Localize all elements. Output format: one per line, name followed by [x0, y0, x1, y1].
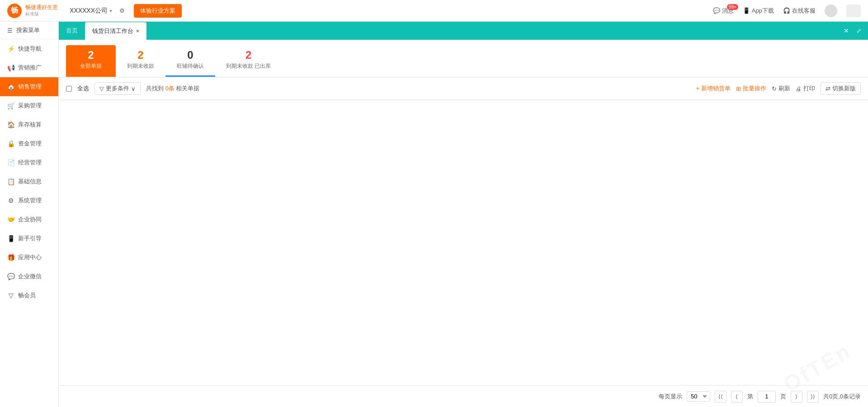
sidebar-item-guide[interactable]: 📱 新手引导 [0, 229, 58, 248]
sidebar-item-purchase[interactable]: 🛒 采购管理 [0, 96, 58, 115]
wechat-label: 企业微信 [18, 272, 42, 281]
sales-label: 销售管理 [18, 83, 42, 91]
refresh-icon: ↻ [772, 85, 777, 92]
search-menu-label: 搜索菜单 [16, 26, 40, 34]
app-download-icon: 📱 [743, 7, 750, 14]
online-service-icon: 🎧 [783, 7, 790, 14]
print-btn[interactable]: 🖨 打印 [796, 84, 815, 93]
stat-tab-all[interactable]: 2 全部单据 [66, 45, 116, 77]
header: 畅 畅捷通好生意 标准版 XXXXXX公司 ▾ ⚙ 体验行业方案 💬 消息 99… [0, 0, 868, 22]
sidebar-item-quick-nav[interactable]: ⚡ 快捷导航 [0, 39, 58, 58]
wechat-icon: 💬 [7, 273, 14, 280]
finance-label: 资金管理 [18, 140, 42, 148]
stat-overdue-num: 2 [137, 49, 143, 61]
refresh-btn[interactable]: ↻ 刷新 [772, 84, 790, 93]
guide-icon: 📱 [7, 235, 14, 242]
print-label: 打印 [803, 84, 815, 93]
sidebar-item-operation[interactable]: 📄 经营管理 [0, 153, 58, 172]
stat-overdue-out-label: 到期未收款 已出库 [226, 62, 271, 70]
per-page-select[interactable]: 50 20 100 [687, 391, 710, 402]
table-area [59, 100, 868, 385]
operation-icon: 📄 [7, 159, 14, 166]
page-prev-btn[interactable]: ⟨ [731, 391, 743, 402]
inventory-label: 库存核算 [18, 121, 42, 129]
logo: 畅 畅捷通好生意 标准版 [7, 4, 66, 18]
avatar[interactable] [825, 5, 837, 17]
page-label: 第 [747, 393, 753, 401]
sidebar: ☰ 搜索菜单 ⚡ 快捷导航 📢 营销推广 🏠 销售管理 🛒 采购管理 🏠 库存核… [0, 22, 59, 407]
stat-tab-overdue-out[interactable]: 2 到期未收款 已出库 [215, 45, 282, 77]
logo-text: 畅捷通好生意 [25, 4, 58, 11]
sidebar-item-member[interactable]: ▽ 畅会员 [0, 286, 58, 305]
finance-icon: 🔒 [7, 140, 14, 147]
operation-label: 经营管理 [18, 159, 42, 167]
online-service-btn[interactable]: 🎧 在线客服 [783, 7, 816, 15]
company-selector[interactable]: XXXXXX公司 ▾ [70, 7, 112, 15]
sidebar-item-system[interactable]: ⚙ 系统管理 [0, 191, 58, 210]
batch-icon: ⊞ [736, 85, 741, 92]
stat-overdue-label: 到期未收款 [127, 62, 154, 70]
filter-icon: ▽ [99, 85, 104, 92]
stat-tab-overdue[interactable]: 2 到期未收款 [116, 45, 165, 77]
tab-work-label: 钱货日清工作台 [92, 27, 133, 35]
sidebar-item-enterprise[interactable]: 🤝 企业协同 [0, 210, 58, 229]
page-input[interactable] [758, 391, 776, 402]
switch-new-btn[interactable]: ⇄ 切换新版 [821, 82, 861, 95]
user-menu[interactable] [846, 5, 861, 17]
sidebar-item-sales[interactable]: 🏠 销售管理 [0, 77, 58, 96]
switch-icon: ⇄ [826, 85, 830, 92]
tabs-controls: ✕ ⤢ [841, 25, 868, 36]
tab-expand-btn[interactable]: ⤢ [854, 25, 864, 36]
switch-label: 切换新版 [832, 84, 856, 93]
select-all-label: 全选 [77, 84, 89, 93]
logo-sub: 标准版 [25, 11, 58, 17]
tab-work[interactable]: 钱货日清工作台 × [85, 22, 146, 40]
app-center-icon: 🎁 [7, 254, 14, 261]
quick-nav-icon: ⚡ [7, 45, 14, 52]
purchase-label: 采购管理 [18, 102, 42, 110]
sidebar-item-wechat[interactable]: 💬 企业微信 [0, 267, 58, 286]
settings-btn[interactable]: ⚙ [116, 5, 128, 17]
message-icon: 💬 [713, 7, 720, 14]
tab-work-close[interactable]: × [136, 28, 139, 34]
tab-close-btn[interactable]: ✕ [841, 25, 852, 36]
new-order-btn[interactable]: + 新增销货单 [696, 84, 731, 93]
app-download-btn[interactable]: 📱 App下载 [743, 7, 774, 15]
stat-tab-pending[interactable]: 0 旺辅待确认 [165, 45, 215, 77]
search-menu-btn[interactable]: ☰ 搜索菜单 [0, 22, 58, 39]
message-btn[interactable]: 💬 消息 99+ [713, 7, 734, 15]
page-last-btn[interactable]: ⟩⟩ [807, 391, 819, 402]
stat-pending-num: 0 [187, 49, 193, 61]
message-badge: 99+ [727, 4, 738, 10]
batch-btn[interactable]: ⊞ 批量操作 [736, 84, 766, 93]
toolbar-right: + 新增销货单 ⊞ 批量操作 ↻ 刷新 🖨 打印 ⇄ 切换新版 [696, 82, 861, 95]
page-unit: 页 [780, 393, 786, 401]
stat-pending-label: 旺辅待确认 [177, 62, 204, 70]
page-next-btn[interactable]: ⟩ [791, 391, 802, 402]
sidebar-item-finance[interactable]: 🔒 资金管理 [0, 134, 58, 153]
page-first-btn[interactable]: ⟨⟨ [715, 391, 726, 402]
stat-all-label: 全部单据 [80, 62, 102, 70]
main-content: 首页 钱货日清工作台 × ✕ ⤢ 2 全部单据 2 到期未收款 0 旺辅待确认 [59, 22, 868, 407]
purchase-icon: 🛒 [7, 102, 14, 109]
toolbar: 全选 ▽ 更多条件 ∨ 共找到 0条 相关单据 + 新增销货单 ⊞ 批量操作 ↻… [59, 78, 868, 100]
sidebar-item-inventory[interactable]: 🏠 库存核算 [0, 115, 58, 134]
tab-home-label: 首页 [66, 27, 78, 35]
sidebar-item-marketing[interactable]: 📢 营销推广 [0, 58, 58, 77]
sidebar-item-app-center[interactable]: 🎁 应用中心 [0, 248, 58, 267]
sidebar-item-basic-info[interactable]: 📋 基础信息 [0, 172, 58, 191]
system-icon: ⚙ [7, 197, 14, 204]
per-page-label: 每页显示 [659, 393, 682, 401]
refresh-label: 刷新 [778, 84, 790, 93]
company-name: XXXXXX公司 [70, 7, 108, 15]
enterprise-icon: 🤝 [7, 216, 14, 223]
pagination: 每页显示 50 20 100 ⟨⟨ ⟨ 第 页 ⟩ ⟩⟩ 共0页,0条记录 [59, 385, 868, 407]
tab-home[interactable]: 首页 [59, 22, 85, 40]
experience-btn[interactable]: 体验行业方案 [134, 4, 182, 18]
filter-btn[interactable]: ▽ 更多条件 ∨ [94, 82, 141, 95]
stat-all-num: 2 [88, 49, 94, 61]
member-label: 畅会员 [18, 291, 36, 299]
app-download-label: App下载 [752, 7, 774, 15]
select-all-checkbox[interactable] [66, 86, 72, 92]
filter-arrow: ∨ [131, 85, 136, 92]
